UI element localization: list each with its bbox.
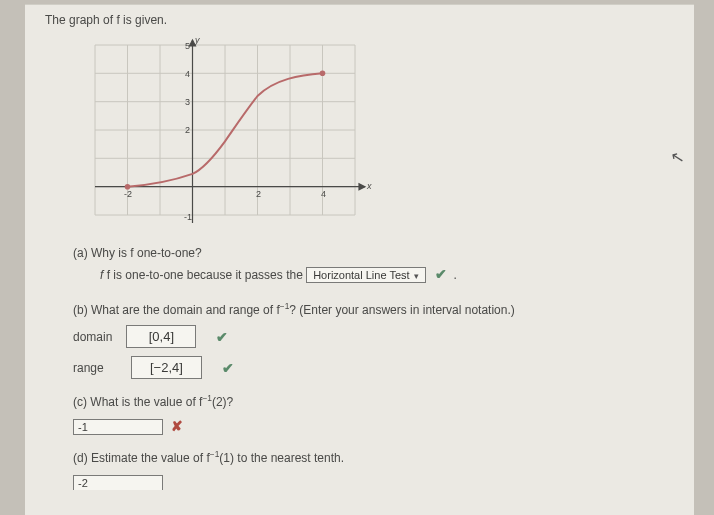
answer-d-row: -2 xyxy=(45,471,674,491)
graph-svg: -2 2 4 -1 2 3 4 5 x y xyxy=(75,35,375,230)
svg-text:x: x xyxy=(366,181,372,191)
check-icon: ✔ xyxy=(216,329,228,345)
cross-icon: ✘ xyxy=(171,418,183,434)
domain-row: domain [0,4] ✔ xyxy=(73,325,674,348)
question-a: (a) Why is f one-to-one? xyxy=(73,246,674,260)
svg-point-21 xyxy=(320,71,326,77)
svg-text:4: 4 xyxy=(185,69,190,79)
check-icon: ✔ xyxy=(222,360,234,376)
svg-text:3: 3 xyxy=(185,97,190,107)
horizontal-line-dropdown[interactable]: Horizontal Line Test▾ xyxy=(306,267,425,283)
question-c: (c) What is the value of f−1(2)? xyxy=(73,393,674,409)
range-row: range [−2,4] ✔ xyxy=(73,356,674,379)
domain-label: domain xyxy=(73,330,112,344)
d-input[interactable]: -2 xyxy=(73,475,163,490)
question-b: (b) What are the domain and range of f−1… xyxy=(73,301,674,317)
check-icon: ✔ xyxy=(435,266,447,282)
svg-text:4: 4 xyxy=(321,189,326,199)
svg-text:5: 5 xyxy=(185,41,190,51)
svg-text:2: 2 xyxy=(185,125,190,135)
range-label: range xyxy=(73,361,117,375)
answer-c-row: -1 ✘ xyxy=(45,415,674,435)
svg-text:-1: -1 xyxy=(184,212,192,222)
c-input[interactable]: -1 xyxy=(73,419,163,435)
graph-plot: -2 2 4 -1 2 3 4 5 x y xyxy=(75,35,674,234)
chevron-down-icon: ▾ xyxy=(414,271,419,281)
answer-a: f f is one-to-one because it passes the … xyxy=(100,266,674,283)
svg-marker-17 xyxy=(359,184,365,190)
domain-input[interactable]: [0,4] xyxy=(126,325,196,348)
svg-text:-2: -2 xyxy=(124,189,132,199)
range-input[interactable]: [−2,4] xyxy=(131,356,202,379)
svg-text:y: y xyxy=(194,35,200,45)
svg-text:2: 2 xyxy=(256,189,261,199)
prompt-text: The graph of f is given. xyxy=(45,13,674,27)
worksheet-page: The graph of f is given. xyxy=(25,4,694,515)
question-d: (d) Estimate the value of f−1(1) to the … xyxy=(73,449,674,465)
